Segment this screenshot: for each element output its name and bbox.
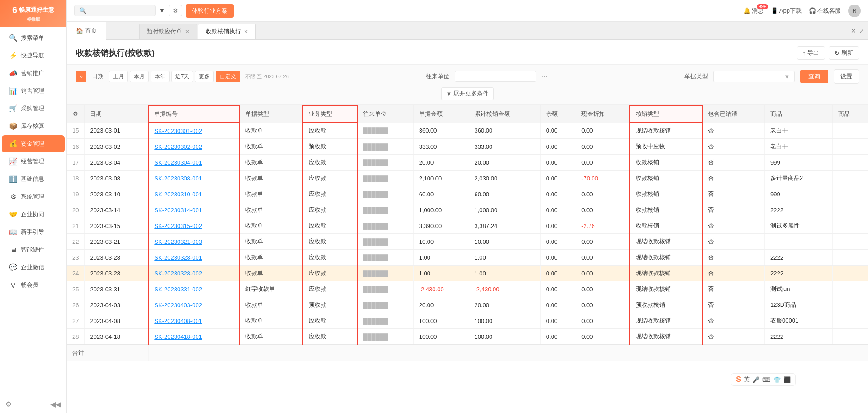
date-btn-this-year[interactable]: 本年 <box>151 71 170 82</box>
sidebar-item-14[interactable]: V畅会员 <box>2 276 65 294</box>
cell-amount: 100.00 <box>413 329 469 345</box>
sidebar-item-4[interactable]: 🛒采购管理 <box>2 100 65 117</box>
voucher-link[interactable]: SK-20230328-002 <box>154 270 202 277</box>
sidebar-item-5[interactable]: 📦库存核算 <box>2 118 65 135</box>
voucher-link[interactable]: SK-20230418-001 <box>154 333 202 340</box>
collapse-icon[interactable]: ◀◀ <box>50 400 61 408</box>
user-avatar[interactable]: R <box>848 5 861 17</box>
date-btn-this-month[interactable]: 本月 <box>130 71 149 82</box>
cell-balance: 0.00 <box>540 250 576 266</box>
industry-btn[interactable]: 体验行业方案 <box>186 4 234 18</box>
date-btn-custom[interactable]: 自定义 <box>216 71 240 82</box>
cell-voucher-type: 收款单 <box>240 313 303 329</box>
sidebar-item-11[interactable]: 📖新手引导 <box>2 223 65 241</box>
cell-include-settled: 否 <box>702 123 765 139</box>
th-writeoff-type: 核销类型 <box>630 105 702 123</box>
cell-no: 15 <box>67 123 85 139</box>
cell-voucher-type: 收款单 <box>240 297 303 313</box>
sidebar-item-10[interactable]: 🤝企业协同 <box>2 206 65 223</box>
voucher-type-select[interactable]: ▼ <box>713 71 795 82</box>
cell-biz-type: 应收款 <box>303 171 357 186</box>
sidebar-item-1[interactable]: ⚡快捷导航 <box>2 47 65 64</box>
date-btn-last-month[interactable]: 上月 <box>109 71 128 82</box>
partner-input[interactable] <box>455 71 536 82</box>
headset-icon: 🎧 <box>809 7 816 14</box>
cell-goods <box>765 234 832 250</box>
date-btn-7days[interactable]: 近7天 <box>171 71 193 82</box>
app-download-link[interactable]: 📱 App下载 <box>771 7 802 15</box>
cell-writeoff-type: 预收中应收 <box>630 139 702 155</box>
sidebar-item-13[interactable]: 💬企业微信 <box>2 259 65 276</box>
filter-more-dots[interactable]: ··· <box>542 72 547 81</box>
voucher-link[interactable]: SK-20230310-001 <box>154 191 202 198</box>
cell-goods2 <box>832 155 868 171</box>
voucher-link[interactable]: SK-20230304-001 <box>154 159 202 166</box>
cell-writeoff-type: 现结收款核销 <box>630 281 702 297</box>
watermark-grid[interactable]: ⬛ <box>783 376 791 383</box>
th-settings[interactable]: ⚙ <box>67 105 85 123</box>
cell-no: 23 <box>67 250 85 266</box>
sidebar-item-0[interactable]: 🔍搜索菜单 <box>2 29 65 47</box>
voucher-link[interactable]: SK-20230403-002 <box>154 302 202 309</box>
tab-home[interactable]: 🏠 首页 <box>67 22 106 40</box>
sidebar-item-2[interactable]: 📣营销推广 <box>2 65 65 82</box>
filter-row-1: » 日期 上月 本月 本年 近7天 更多 自定义 不限 至 2023-07-26… <box>76 69 859 84</box>
cell-amount: 100.00 <box>413 313 469 329</box>
watermark-keyboard[interactable]: ⌨ <box>762 376 771 383</box>
voucher-type-label: 单据类型 <box>684 72 708 81</box>
tab-close-prepayment[interactable]: ✕ <box>185 28 189 35</box>
gear-button[interactable]: ⚙ <box>169 5 182 16</box>
voucher-link[interactable]: SK-20230328-001 <box>154 254 202 261</box>
top-search-box[interactable]: 🔍 <box>74 5 156 16</box>
cell-biz-type: 应收款 <box>303 202 357 218</box>
cell-goods2 <box>832 313 868 329</box>
tab-close-writeoff[interactable]: ✕ <box>244 28 248 35</box>
date-btn-more[interactable]: 更多 <box>195 71 214 82</box>
tab-expand-btn[interactable]: ⤢ <box>859 27 864 34</box>
refresh-btn[interactable]: ↻ 刷新 <box>829 46 859 60</box>
nav-label-12: 智能硬件 <box>21 246 44 254</box>
voucher-link[interactable]: SK-20230315-002 <box>154 223 202 229</box>
filter-collapse-btn[interactable]: » <box>76 71 86 82</box>
voucher-link[interactable]: SK-20230331-002 <box>154 286 202 293</box>
nav-label-7: 经营管理 <box>21 157 44 166</box>
voucher-link[interactable]: SK-20230408-001 <box>154 318 202 324</box>
sidebar-item-8[interactable]: ℹ️基础信息 <box>2 171 65 188</box>
settings-footer-icon[interactable]: ⚙ <box>5 400 12 408</box>
cell-amount: -2,430.00 <box>413 281 469 297</box>
sidebar-item-9[interactable]: ⚙系统管理 <box>2 188 65 205</box>
sidebar-item-7[interactable]: 📈经营管理 <box>2 153 65 170</box>
voucher-link[interactable]: SK-20230302-002 <box>154 143 202 150</box>
sidebar-item-12[interactable]: 🖥智能硬件 <box>2 241 65 258</box>
cell-writeoff-amount: 100.00 <box>469 329 540 345</box>
cell-goods2 <box>832 218 868 234</box>
cell-goods2 <box>832 329 868 345</box>
watermark-mic[interactable]: 🎤 <box>752 376 760 383</box>
expand-icon: ▼ <box>446 90 452 97</box>
cell-writeoff-amount: 20.00 <box>469 155 540 171</box>
settings-btn[interactable]: 设置 <box>834 69 859 84</box>
cell-voucher-no: SK-20230315-002 <box>148 218 240 234</box>
tab-close-btn[interactable]: ✕ <box>851 27 856 34</box>
sidebar-item-6[interactable]: 💰资金管理 <box>2 135 65 152</box>
cell-goods: 测试多属性 <box>765 218 832 234</box>
voucher-link[interactable]: SK-20230314-001 <box>154 207 202 214</box>
nav-icon-10: 🤝 <box>9 210 17 218</box>
sidebar-item-3[interactable]: 📊销售管理 <box>2 82 65 100</box>
messages-link[interactable]: 🔔 消息 99+ <box>743 7 764 15</box>
online-service-link[interactable]: 🎧 在线客服 <box>809 7 841 15</box>
top-bar-left: 🔍 ▼ ⚙ 体验行业方案 <box>74 4 738 18</box>
voucher-link[interactable]: SK-20230308-001 <box>154 175 202 182</box>
expand-conditions-btn[interactable]: ▼ 展开更多条件 <box>441 87 494 100</box>
cell-date: 2023-03-28 <box>85 266 148 281</box>
cell-goods2 <box>832 297 868 313</box>
tab-writeoff[interactable]: 收款核销执行 ✕ <box>198 24 256 39</box>
watermark-shirt[interactable]: 👕 <box>774 376 781 383</box>
top-bar-dropdown[interactable]: ▼ <box>159 7 165 14</box>
query-btn[interactable]: 查询 <box>800 70 828 83</box>
voucher-link[interactable]: SK-20230321-003 <box>154 238 202 245</box>
voucher-link[interactable]: SK-20230301-002 <box>154 128 202 134</box>
export-btn[interactable]: ↑ 导出 <box>797 46 826 60</box>
nav-label-11: 新手引导 <box>21 228 44 236</box>
tab-prepayment[interactable]: 预付款应付单 ✕ <box>139 24 197 39</box>
